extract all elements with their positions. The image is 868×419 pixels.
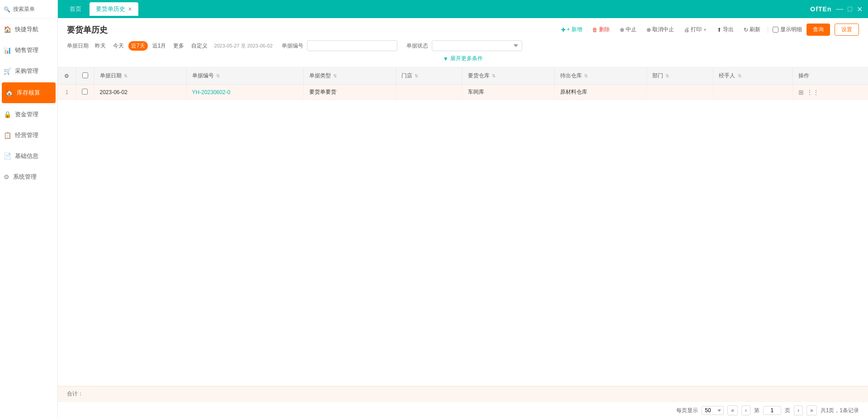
th-actions: 操作 [793,67,868,85]
sort-req-warehouse-icon[interactable]: ⇅ [492,73,495,78]
row-actions: ⊞ ⋮⋮ [798,89,863,96]
new-icon: ✚ [561,27,566,33]
page-number-input[interactable] [763,406,781,415]
new-label: + 新增 [567,26,582,33]
expand-label: 展开更多条件 [450,55,483,62]
refresh-button[interactable]: ↻ 刷新 [741,24,763,35]
expand-more-button[interactable]: ▼ 展开更多条件 [67,55,859,62]
last-page-button[interactable]: » [807,405,817,415]
th-department-label: 部门 [652,72,663,79]
date-btn-today[interactable]: 今天 [110,41,127,51]
clipboard-icon: 📋 [4,132,11,139]
sort-handler-icon[interactable]: ⇅ [738,73,741,78]
page-label-after: 页 [785,407,790,414]
th-req-warehouse: 要货仓库 ⇅ [462,67,555,85]
sidebar-item-quick-nav[interactable]: 🏠 快捷导航 [0,19,57,40]
date-btn-1month[interactable]: 近1月 [150,41,169,51]
row-checkbox[interactable] [82,89,88,95]
new-button[interactable]: ✚ + 新增 [558,24,585,35]
toolbar: ✚ + 新增 🗑 删除 ⊗ 中止 ⊗ 取消中止 🖨 打印 [558,24,859,36]
row-req-warehouse: 车间库 [462,85,555,100]
stop-icon: ⊗ [620,27,624,33]
summary-label: 合计： [67,390,83,397]
row-handler [713,85,793,100]
minimize-icon[interactable]: — [836,5,843,13]
page-total: 共1页，1条记录 [821,407,859,414]
cancel-stop-label: 取消中止 [652,26,674,33]
sidebar-search[interactable]: 🔍 搜索菜单 [0,0,57,19]
sidebar-item-finance[interactable]: 🔒 资金管理 [0,104,57,125]
th-store-label: 门店 [401,72,412,79]
sidebar-item-label: 快捷导航 [15,25,38,33]
bill-status-filter-group: 单据状态 [406,40,522,51]
th-bill-no-label: 单据编号 [192,72,214,79]
table-row: 1 2023-06-02 YH-20230602-0 要货单要货 车间库 原材料… [58,85,868,100]
bill-no-label: 单据编号 [282,42,303,50]
filter-area: 单据日期 昨天 今天 近7天 近1月 更多 自定义 2023-05-27 至 2… [58,36,868,67]
sidebar-item-sales[interactable]: 📊 销售管理 [0,40,57,61]
sort-pending-warehouse-icon[interactable]: ⇅ [584,73,588,78]
sort-department-icon[interactable]: ⇅ [665,73,669,78]
bill-status-select[interactable] [432,40,522,51]
bill-no-filter-group: 单据编号 [282,40,397,51]
bill-no-input[interactable] [307,40,397,51]
sort-bill-no-icon[interactable]: ⇅ [216,73,220,78]
show-detail-label: 显示明细 [780,26,802,33]
sort-store-icon[interactable]: ⇅ [415,73,418,78]
date-btn-custom[interactable]: 自定义 [189,41,210,51]
sidebar-item-operation[interactable]: 📋 经营管理 [0,125,57,146]
tab-home[interactable]: 首页 [63,2,88,16]
sidebar-item-purchase[interactable]: 🛒 采购管理 [0,61,57,81]
prev-page-button[interactable]: ‹ [741,405,750,415]
delete-icon: 🗑 [592,27,598,33]
row-view-icon[interactable]: ⊞ [798,89,804,96]
show-detail-checkbox[interactable]: 显示明细 [773,26,802,33]
th-handler: 经手人 ⇅ [713,67,793,85]
expand-icon: ▼ [443,56,448,62]
export-button[interactable]: ⬆ 导出 [714,24,736,35]
first-page-button[interactable]: « [727,405,738,415]
date-range-display: 2023-05-27 至 2023-06-02 [214,43,273,49]
date-btn-yesterday[interactable]: 昨天 [92,41,108,51]
home-icon: 🏠 [4,26,11,33]
sort-date-icon[interactable]: ⇅ [124,73,127,78]
query-button[interactable]: 查询 [807,24,830,36]
page-size-select[interactable]: 50 10 20 100 [702,406,724,415]
row-pending-warehouse: 原材料仓库 [555,85,647,100]
sidebar-item-label: 资金管理 [15,110,38,119]
sidebar-item-label: 经营管理 [15,131,38,139]
sort-bill-type-icon[interactable]: ⇅ [333,73,337,78]
tab-close-icon[interactable]: ✕ [128,6,132,12]
sidebar-item-label: 系统管理 [13,173,37,181]
th-bill-type-label: 单据类型 [309,72,331,79]
cancel-stop-button[interactable]: ⊗ 取消中止 [644,24,677,35]
select-all-checkbox[interactable] [82,72,88,78]
tab-history[interactable]: 要货单历史 ✕ [90,2,138,16]
row-bill-no: YH-20230602-0 [186,85,303,100]
maximize-icon[interactable]: □ [848,5,852,13]
print-label: 打印 [691,26,702,33]
delete-button[interactable]: 🗑 删除 [590,24,613,35]
next-page-button[interactable]: › [794,405,803,415]
sidebar-item-inventory[interactable]: 🏠 库存核算 [2,82,56,103]
row-more-icon[interactable]: ⋮⋮ [807,89,819,96]
bill-status-label: 单据状态 [406,42,428,50]
cart-icon: 🛒 [4,67,11,75]
sidebar-item-basic[interactable]: 📄 基础信息 [0,146,57,167]
settings-button[interactable]: 设置 [835,24,859,36]
date-btn-7days[interactable]: 近7天 [128,41,148,51]
th-pending-warehouse-label: 待出仓库 [560,72,582,79]
sidebar-item-system[interactable]: ⚙ 系统管理 [0,167,57,187]
close-window-icon[interactable]: ✕ [857,5,863,14]
doc-icon: 📄 [4,152,11,160]
th-settings[interactable]: ⚙ [58,67,76,85]
bill-no-link[interactable]: YH-20230602-0 [192,89,231,95]
row-check[interactable] [76,85,94,100]
th-check[interactable] [76,67,94,85]
print-button[interactable]: 🖨 打印 ▼ [681,24,710,35]
stop-button[interactable]: ⊗ 中止 [617,24,639,35]
th-date: 单据日期 ⇅ [94,67,186,85]
date-btn-more[interactable]: 更多 [170,41,187,51]
row-num: 1 [58,85,76,100]
show-detail-input[interactable] [773,27,778,33]
